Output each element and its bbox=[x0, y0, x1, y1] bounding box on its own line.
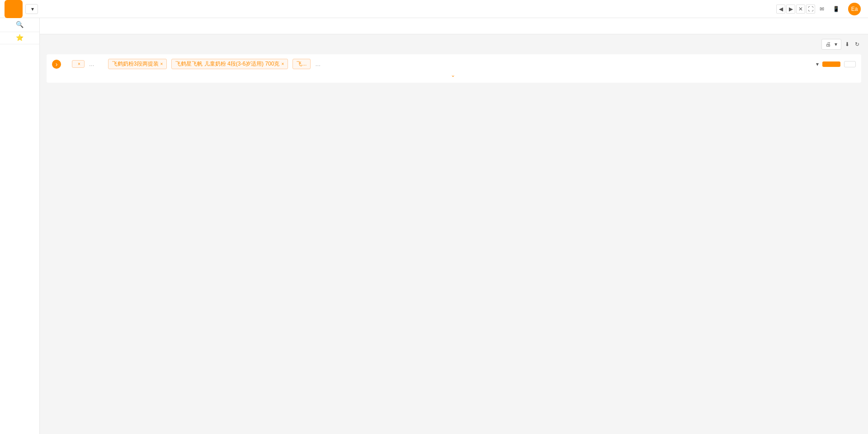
export-icon: ⬇ bbox=[845, 41, 849, 47]
account-selector[interactable]: ▾ bbox=[25, 4, 38, 14]
top-right: ✉ 📱 Ea bbox=[820, 3, 863, 15]
goods-tag-close-2[interactable]: × bbox=[281, 61, 284, 66]
warehouse-filter-tag[interactable]: × bbox=[72, 60, 85, 68]
app-icon: 📱 bbox=[833, 6, 840, 12]
message-btn[interactable]: ✉ bbox=[820, 6, 826, 12]
goods-tag-text-2: 飞鹤星飞帆 儿童奶粉 4段(3-6岁适用) 700克 bbox=[175, 60, 279, 68]
avatar-text: Ea bbox=[851, 6, 858, 12]
refresh-icon: ↻ bbox=[855, 41, 859, 47]
setting-btn[interactable] bbox=[844, 61, 856, 67]
goods-tag-close-1[interactable]: × bbox=[160, 61, 163, 66]
brand-icon bbox=[5, 0, 23, 18]
expand-chevron-icon: ⌄ bbox=[451, 72, 455, 78]
message-icon: ✉ bbox=[820, 6, 824, 12]
goods-tag-text-1: 飞鹤奶粉3段两提装 bbox=[112, 60, 159, 68]
query-btn[interactable] bbox=[822, 61, 840, 67]
tab-prev-btn[interactable]: ◀ bbox=[776, 5, 785, 14]
export-btn[interactable]: ⬇ bbox=[845, 41, 851, 47]
quick-nav-btn[interactable]: ⭐ bbox=[0, 32, 39, 44]
filter-row: › × … 飞鹤奶粉3段两提装 × bbox=[52, 59, 856, 69]
filter-right-actions: ▾ bbox=[816, 61, 856, 67]
print-btn[interactable]: 🖨 ▾ bbox=[821, 39, 841, 50]
tab-fullscreen-btn[interactable]: ⛶ bbox=[806, 5, 815, 14]
dropdown-chevron-icon: ▾ bbox=[31, 6, 34, 12]
page-content: 🖨 ▾ ⬇ ↻ bbox=[40, 34, 868, 434]
color-dropdown-icon[interactable]: ▾ bbox=[816, 61, 819, 67]
content-area: 🖨 ▾ ⬇ ↻ bbox=[40, 18, 868, 434]
print-dropdown-icon: ▾ bbox=[835, 41, 837, 47]
sidebar: 🔍 ⭐ bbox=[0, 18, 40, 434]
page-header: 🖨 ▾ ⬇ ↻ bbox=[47, 39, 861, 50]
warehouse-filter-more[interactable]: … bbox=[89, 61, 94, 67]
search-menu-btn[interactable]: 🔍 bbox=[0, 18, 39, 32]
header-actions: 🖨 ▾ ⬇ ↻ bbox=[821, 39, 861, 50]
goods-filter-more[interactable]: … bbox=[315, 61, 321, 67]
avatar: Ea bbox=[848, 3, 861, 15]
refresh-btn[interactable]: ↻ bbox=[855, 41, 861, 47]
tab-nav-arrows: ◀ ▶ ✕ ⛶ bbox=[776, 5, 815, 14]
quick-nav-icon: ⭐ bbox=[16, 34, 24, 41]
goods-filter-tag-3[interactable]: 飞... bbox=[292, 59, 311, 69]
user-area[interactable]: Ea bbox=[848, 3, 863, 15]
warehouse-tag-close-icon[interactable]: × bbox=[78, 61, 80, 66]
expand-more-btn[interactable]: ⌄ bbox=[52, 72, 856, 78]
search-icon: 🔍 bbox=[16, 21, 24, 28]
top-bar-left: ▾ bbox=[5, 0, 86, 18]
tab-next-btn[interactable]: ▶ bbox=[786, 5, 795, 14]
goods-filter-tag-1[interactable]: 飞鹤奶粉3段两提装 × bbox=[108, 59, 167, 69]
nav-tabs-row bbox=[40, 18, 868, 34]
print-icon: 🖨 bbox=[826, 41, 831, 47]
expand-filter-btn[interactable]: › bbox=[52, 60, 61, 69]
app-download-btn[interactable]: 📱 bbox=[833, 6, 841, 12]
top-bar: ▾ ◀ ▶ ✕ ⛶ ✉ 📱 Ea bbox=[0, 0, 868, 18]
tab-close-btn[interactable]: ✕ bbox=[796, 5, 805, 14]
tab-bar bbox=[90, 0, 772, 18]
goods-tag-text-3: 飞... bbox=[297, 60, 307, 68]
goods-filter-tag-2[interactable]: 飞鹤星飞帆 儿童奶粉 4段(3-6岁适用) 700克 × bbox=[171, 59, 288, 69]
filter-area: › × … 飞鹤奶粉3段两提装 × bbox=[47, 54, 861, 83]
